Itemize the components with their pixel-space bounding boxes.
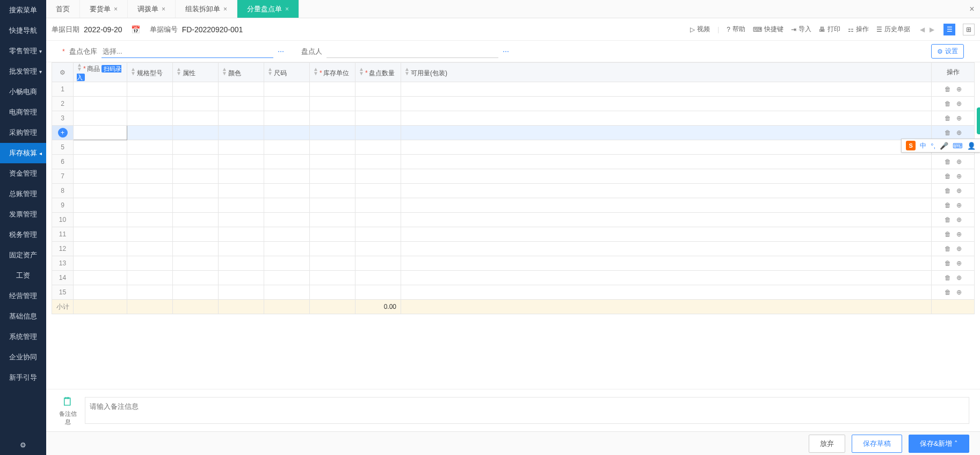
table-row[interactable]: +🗑⊕ [52, 126, 975, 140]
table-row[interactable]: 7🗑⊕ [52, 169, 975, 184]
delete-row-icon[interactable]: 🗑 [945, 85, 951, 93]
copy-row-icon[interactable]: ⊕ [956, 216, 962, 223]
delete-row-icon[interactable]: 🗑 [945, 245, 951, 252]
table-row[interactable]: 1🗑⊕ [52, 82, 975, 97]
tab-close-1[interactable]: × [114, 5, 118, 13]
delete-row-icon[interactable]: 🗑 [945, 259, 951, 267]
th-unit[interactable]: ▲▼*库存单位 [310, 63, 355, 82]
copy-row-icon[interactable]: ⊕ [956, 158, 962, 165]
table-gear-icon[interactable]: ⚙ [52, 63, 74, 82]
ime-keyboard-icon[interactable]: ⌨ [953, 142, 963, 150]
table-row[interactable]: 12🗑⊕ [52, 242, 975, 256]
ime-lang[interactable]: 中 [920, 141, 926, 150]
remarks-input[interactable] [85, 397, 969, 424]
save-add-button[interactable]: 保存&新增 ˄ [909, 435, 969, 453]
sidebar-item-16[interactable]: 系统管理 [0, 327, 46, 347]
shortcut-button[interactable]: ⌨ 快捷键 [753, 25, 783, 34]
sidebar-item-17[interactable]: 企业协同 [0, 347, 46, 367]
sidebar-item-1[interactable]: 快捷导航 [0, 20, 46, 41]
ime-bar[interactable]: S 中 °, 🎤 ⌨ 👤 [901, 139, 980, 153]
ime-mic-icon[interactable]: 🎤 [940, 142, 948, 150]
delete-row-icon[interactable]: 🗑 [945, 216, 951, 223]
th-product[interactable]: ▲▼*商品 扫码录入 [74, 63, 127, 82]
sidebar-item-12[interactable]: 固定资产 [0, 245, 46, 265]
copy-row-icon[interactable]: ⊕ [956, 114, 962, 122]
print-button[interactable]: 🖶 打印 [819, 25, 840, 34]
copy-row-icon[interactable]: ⊕ [956, 288, 962, 296]
table-row[interactable]: 9🗑⊕ [52, 198, 975, 213]
table-row[interactable]: 10🗑⊕ [52, 213, 975, 227]
sidebar-item-8[interactable]: 资金管理 [0, 163, 46, 184]
sidebar-item-4[interactable]: 小畅电商 [0, 82, 46, 102]
th-attr[interactable]: ▲▼属性 [173, 63, 219, 82]
import-button[interactable]: ⇥ 导入 [791, 25, 811, 34]
table-row[interactable]: 15🗑⊕ [52, 285, 975, 300]
copy-row-icon[interactable]: ⊕ [956, 172, 962, 180]
delete-row-icon[interactable]: 🗑 [945, 201, 951, 209]
discard-button[interactable]: 放弃 [809, 435, 845, 453]
tab-1[interactable]: 要货单× [80, 0, 128, 18]
delete-row-icon[interactable]: 🗑 [945, 172, 951, 180]
sidebar-item-6[interactable]: 采购管理 [0, 122, 46, 143]
sidebar-item-3[interactable]: 批发管理▾ [0, 61, 46, 82]
save-draft-button[interactable]: 保存草稿 [852, 435, 902, 453]
person-input[interactable] [326, 45, 498, 58]
copy-row-icon[interactable]: ⊕ [956, 274, 962, 281]
history-button[interactable]: ☰ 历史单据 [876, 25, 910, 34]
table-row[interactable]: 3🗑⊕ [52, 111, 975, 126]
nav-next[interactable]: ▶ [927, 25, 936, 34]
warehouse-lookup-icon[interactable]: ⋯ [278, 48, 285, 55]
copy-row-icon[interactable]: ⊕ [956, 230, 962, 238]
copy-row-icon[interactable]: ⊕ [956, 201, 962, 209]
delete-row-icon[interactable]: 🗑 [945, 114, 951, 122]
table-row[interactable]: 11🗑⊕ [52, 227, 975, 242]
operate-button[interactable]: ⚏ 操作 [848, 25, 869, 34]
sidebar-item-0[interactable]: 搜索菜单 [0, 0, 46, 20]
copy-row-icon[interactable]: ⊕ [956, 129, 962, 136]
table-row[interactable]: 14🗑⊕ [52, 271, 975, 285]
th-spec[interactable]: ▲▼规格型号 [127, 63, 173, 82]
sidebar-item-2[interactable]: 零售管理▾ [0, 41, 46, 61]
sidebar-item-5[interactable]: 电商管理 [0, 102, 46, 122]
video-button[interactable]: ▷ 视频 [690, 25, 710, 34]
th-avail[interactable]: ▲▼可用量(包装) [401, 63, 932, 82]
table-row[interactable]: 6🗑⊕ [52, 155, 975, 169]
sidebar-item-11[interactable]: 税务管理 [0, 225, 46, 245]
settings-button[interactable]: ⚙ 设置 [931, 44, 964, 59]
sidebar-item-15[interactable]: 基础信息 [0, 306, 46, 327]
warehouse-input[interactable] [101, 45, 273, 58]
table-row[interactable]: 2🗑⊕ [52, 97, 975, 111]
delete-row-icon[interactable]: 🗑 [945, 230, 951, 238]
date-value[interactable]: 2022-09-20 [84, 25, 122, 34]
sidebar-item-13[interactable]: 工资 [0, 265, 46, 286]
th-size[interactable]: ▲▼尺码 [264, 63, 310, 82]
tab-0[interactable]: 首页 [46, 0, 80, 18]
sidebar-item-14[interactable]: 经营管理 [0, 286, 46, 306]
th-qty[interactable]: ▲▼*盘点数量 [355, 63, 401, 82]
copy-row-icon[interactable]: ⊕ [956, 245, 962, 252]
sidebar-settings[interactable]: ⚙ [0, 435, 46, 455]
ime-user-icon[interactable]: 👤 [967, 142, 976, 150]
sidebar-item-10[interactable]: 发票管理 [0, 204, 46, 225]
delete-row-icon[interactable]: 🗑 [945, 274, 951, 281]
delete-row-icon[interactable]: 🗑 [945, 129, 951, 136]
nav-prev[interactable]: ◀ [918, 25, 926, 34]
person-lookup-icon[interactable]: ⋯ [503, 48, 510, 55]
delete-row-icon[interactable]: 🗑 [945, 187, 951, 194]
table-row[interactable]: 8🗑⊕ [52, 184, 975, 198]
tab-3[interactable]: 组装拆卸单× [176, 0, 237, 18]
tab-close-3[interactable]: × [223, 5, 227, 13]
copy-row-icon[interactable]: ⊕ [956, 100, 962, 107]
copy-row-icon[interactable]: ⊕ [956, 85, 962, 93]
th-color[interactable]: ▲▼颜色 [219, 63, 264, 82]
copy-row-icon[interactable]: ⊕ [956, 187, 962, 194]
table-row[interactable]: 13🗑⊕ [52, 256, 975, 271]
sidebar-item-9[interactable]: 总账管理 [0, 184, 46, 204]
view-grid[interactable]: ⊞ [963, 24, 975, 35]
calendar-icon[interactable]: 📅 [131, 25, 140, 34]
help-button[interactable]: ? 帮助 [727, 25, 745, 34]
delete-row-icon[interactable]: 🗑 [945, 158, 951, 165]
table-row[interactable]: 5🗑⊕ [52, 140, 975, 155]
sidebar-item-7[interactable]: 库存核算◂ [0, 143, 46, 163]
view-list[interactable]: ☰ [943, 24, 955, 35]
